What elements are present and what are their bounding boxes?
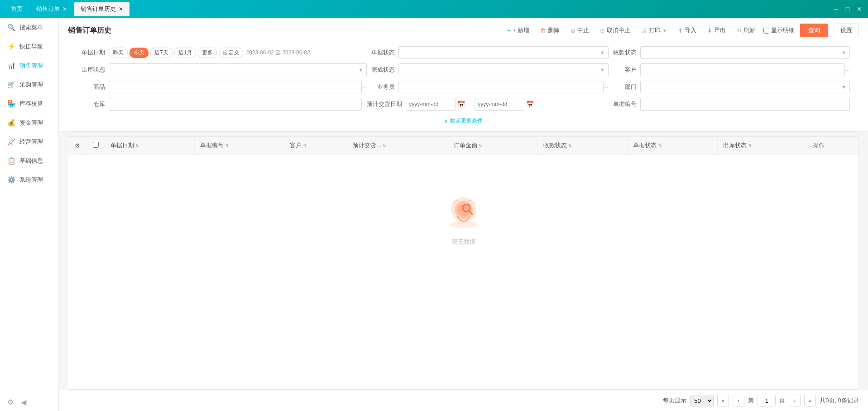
show-detail-input[interactable] <box>763 28 769 34</box>
th-amount[interactable]: 订单金额 ⇅ <box>448 137 538 155</box>
sidebar-item-quick-nav[interactable]: ⚡ 快捷导航 <box>0 37 58 56</box>
warehouse-input[interactable] <box>109 98 362 111</box>
completion-status-select[interactable]: 未完成 已完成 <box>398 63 608 76</box>
delivery-date-start-icon[interactable]: 📅 <box>457 101 465 108</box>
order-status-select[interactable]: 待审核 已审核 已驳回 <box>398 46 608 59</box>
th-payment-status-sort[interactable]: 收款状态 ⇅ <box>543 141 622 150</box>
salesperson-ellipsis[interactable]: ··· <box>604 84 609 91</box>
basic-info-icon: 📋 <box>7 157 16 165</box>
settings-button[interactable]: 设置 <box>834 24 859 37</box>
refresh-label: 刷新 <box>743 26 755 34</box>
delivery-date-end-icon[interactable]: 📅 <box>526 101 534 108</box>
stop-button[interactable]: ⊘ 中止 <box>568 24 592 36</box>
th-date-label: 单据日期 <box>110 141 134 150</box>
window-min-button[interactable]: ─ <box>832 5 840 13</box>
sidebar-item-system-mgmt[interactable]: ⚙️ 系统管理 <box>0 170 58 189</box>
th-amount-sort[interactable]: 订单金额 ⇅ <box>454 141 532 150</box>
product-ellipsis[interactable]: ··· <box>362 84 367 91</box>
last-page-button[interactable]: » <box>804 395 816 406</box>
sidebar-collapse-icon[interactable]: ◀ <box>21 398 26 406</box>
warehouse-label: 仓库 <box>77 100 109 108</box>
th-date-sort[interactable]: 单据日期 ⇅ <box>110 141 189 150</box>
refresh-button[interactable]: ↻ 刷新 <box>734 24 758 36</box>
next-page-button[interactable]: › <box>789 395 801 406</box>
delivery-date-start-input[interactable] <box>406 98 456 111</box>
th-number[interactable]: 单据编号 ⇅ <box>194 137 284 155</box>
th-number-sort[interactable]: 单据编号 ⇅ <box>200 141 278 150</box>
filter-payment-status-col: 收款状态 未收款 部分收款 已收款 ▼ <box>609 46 850 59</box>
current-page-input[interactable] <box>758 395 776 406</box>
th-date[interactable]: 单据日期 ⇅ <box>105 137 194 155</box>
payment-status-select-wrapper: 未收款 部分收款 已收款 ▼ <box>640 46 850 59</box>
filter-product-col: 商品 ··· <box>77 81 367 93</box>
date-range-text: 2023-06-02 至 2023-06-02 <box>246 49 310 57</box>
department-select[interactable] <box>640 81 850 93</box>
th-delivery-status-sort[interactable]: 出库状态 ⇅ <box>723 141 801 150</box>
window-controls: ─ □ ✕ <box>832 5 863 13</box>
tab-sales-order-history-close[interactable]: ✕ <box>119 6 123 12</box>
sidebar-item-purchase-mgmt[interactable]: 🛒 采购管理 <box>0 75 58 94</box>
sidebar-item-quick-nav-label: 快捷导航 <box>19 43 43 51</box>
collapse-label: 收起更多条件 <box>450 117 483 125</box>
th-customer-sort[interactable]: 客户 ⇅ <box>290 141 342 150</box>
delete-label: 删除 <box>548 26 560 34</box>
date-1month-btn[interactable]: 近1月 <box>174 48 197 58</box>
export-button[interactable]: ⬇ 导出 <box>705 24 729 36</box>
th-delivery-date-sort[interactable]: 预计交货... ⇅ <box>353 141 442 150</box>
sidebar-item-inventory[interactable]: 🏪 库存核算 <box>0 94 58 113</box>
import-button[interactable]: ⬆ 导入 <box>675 24 699 36</box>
show-detail-checkbox[interactable]: 显示明细 <box>763 26 795 34</box>
th-customer[interactable]: 客户 ⇅ <box>284 137 347 155</box>
order-number-input[interactable] <box>640 98 850 111</box>
th-checkbox[interactable] <box>86 137 105 155</box>
th-order-status-sort[interactable]: 单据状态 ⇅ <box>633 141 711 150</box>
page-size-label: 每页显示 <box>663 396 686 405</box>
warehouse-ellipsis[interactable]: ··· <box>362 101 367 108</box>
filter-row-2: 出库状态 未出库 部分出库 已出库 ▼ 完成状态 <box>77 63 850 76</box>
customer-input[interactable] <box>640 63 845 76</box>
cancel-stop-button[interactable]: ⊙ 取消中止 <box>597 24 633 36</box>
product-input[interactable] <box>109 81 362 93</box>
page-size-select[interactable]: 10 20 50 100 <box>690 395 714 406</box>
filter-department-col: 部门 ▼ <box>609 81 850 93</box>
tab-sales-order-history[interactable]: 销售订单历史 ✕ <box>74 2 129 16</box>
date-7days-btn[interactable]: 近7天 <box>150 48 173 58</box>
th-actions: 操作 <box>807 137 858 155</box>
th-payment-status[interactable]: 收款状态 ⇅ <box>538 137 628 155</box>
date-today-btn[interactable]: 今天 <box>129 48 149 58</box>
th-settings[interactable]: ⚙ <box>68 137 86 155</box>
window-max-button[interactable]: □ <box>844 5 852 13</box>
th-order-status[interactable]: 单据状态 ⇅ <box>628 137 717 155</box>
th-delivery-date[interactable]: 预计交货... ⇅ <box>347 137 448 155</box>
tab-sales-order-close[interactable]: ✕ <box>62 6 67 12</box>
sidebar-item-search-menu[interactable]: 🔍 搜索菜单 <box>0 18 58 37</box>
customer-ellipsis[interactable]: ··· <box>845 67 850 73</box>
collapse-bar[interactable]: ∧ 收起更多条件 <box>77 115 850 126</box>
date-yesterday-btn[interactable]: 昨天 <box>109 48 128 58</box>
sidebar-item-sales-mgmt[interactable]: 📊 销售管理 <box>0 56 58 75</box>
query-button[interactable]: 查询 <box>800 24 828 37</box>
sidebar-item-operation[interactable]: 📈 经营管理 <box>0 132 58 151</box>
settings-icon[interactable]: ⚙ <box>75 142 80 149</box>
delivery-date-end-input[interactable] <box>475 98 524 111</box>
tab-home[interactable]: 首页 <box>5 2 29 16</box>
prev-page-button[interactable]: ‹ <box>733 395 744 406</box>
print-button[interactable]: 🖨 打印 ▼ <box>638 24 670 36</box>
date-custom-btn[interactable]: 自定义 <box>219 48 243 58</box>
first-page-button[interactable]: « <box>717 395 729 406</box>
select-all-checkbox[interactable] <box>93 142 99 148</box>
th-customer-sort-icon: ⇅ <box>303 143 307 148</box>
delivery-status-select[interactable]: 未出库 部分出库 已出库 <box>109 63 367 76</box>
sidebar-settings-icon[interactable]: ⚙ <box>7 398 14 406</box>
payment-status-select[interactable]: 未收款 部分收款 已收款 <box>640 46 850 59</box>
sidebar-item-basic-info[interactable]: 📋 基础信息 <box>0 151 58 170</box>
window-close-button[interactable]: ✕ <box>855 5 863 13</box>
sidebar-item-finance[interactable]: 💰 资金管理 <box>0 113 58 132</box>
th-delivery-status[interactable]: 出库状态 ⇅ <box>717 137 807 155</box>
tab-sales-order[interactable]: 销售订单 ✕ <box>30 2 73 16</box>
th-delivery-status-sort-icon: ⇅ <box>748 143 752 148</box>
delete-button[interactable]: 🗑 删除 <box>537 24 562 36</box>
date-more-btn[interactable]: 更多 <box>198 48 217 58</box>
new-button[interactable]: + + 新增 <box>504 24 532 36</box>
salesperson-input[interactable] <box>398 81 604 93</box>
